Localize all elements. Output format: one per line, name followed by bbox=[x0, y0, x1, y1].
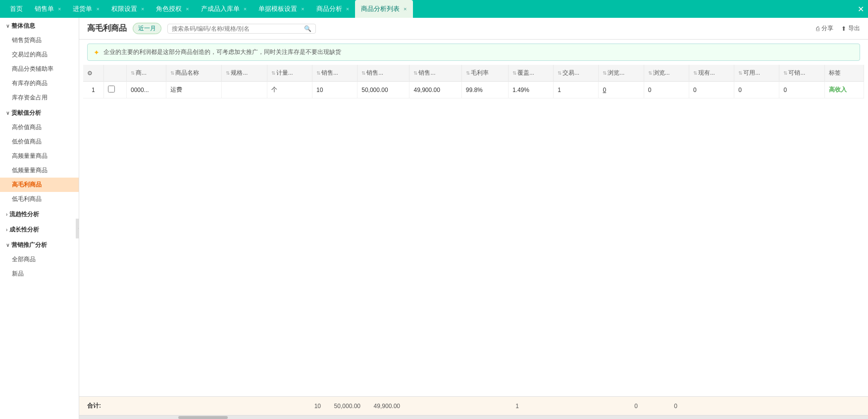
nav-close-sales[interactable]: × bbox=[58, 6, 61, 12]
nav-close-permissions[interactable]: × bbox=[141, 6, 144, 12]
sort-icon: ⇅ bbox=[361, 70, 365, 76]
nav-close-purchase[interactable]: × bbox=[96, 6, 99, 12]
arrow-icon: ∨ bbox=[6, 110, 9, 116]
col-header-current_stock[interactable]: ⇅现有... bbox=[689, 65, 734, 82]
content-header: 高毛利商品 近一月 🔍 ⎙ 分享 ⬆ 导出 bbox=[79, 18, 868, 40]
footer-total: 合计: 10 50,000.00 49,900.00 1 0 0 bbox=[79, 396, 868, 415]
sidebar-group-marketing: ∨营销推广分析全部商品新品 bbox=[0, 237, 79, 281]
filter-button[interactable]: 近一月 bbox=[133, 23, 161, 34]
nav-item-home[interactable]: 首页 bbox=[4, 0, 29, 18]
table-cell: 50,000.00 bbox=[357, 82, 409, 98]
nav-close-analysis-list[interactable]: × bbox=[404, 6, 407, 12]
nav-close-roles[interactable]: × bbox=[186, 6, 189, 12]
sort-icon: ⇅ bbox=[170, 70, 174, 76]
table-container: ⚙⇅商...⇅商品名称⇅规格...⇅计量...⇅销售...⇅销售...⇅销售..… bbox=[79, 65, 868, 396]
col-header-code[interactable]: ⇅商... bbox=[126, 65, 166, 82]
nav-item-purchase[interactable]: 进货单× bbox=[67, 0, 105, 18]
col-header-sales_cost[interactable]: ⇅销售... bbox=[409, 65, 461, 82]
col-header-unit[interactable]: ⇅计量... bbox=[267, 65, 312, 82]
share-icon: ⎙ bbox=[816, 25, 819, 32]
nav-item-products[interactable]: 产成品入库单× bbox=[195, 0, 253, 18]
search-input[interactable] bbox=[172, 25, 302, 32]
sidebar-item-high-profit[interactable]: 高毛利商品 bbox=[0, 178, 79, 192]
sort-icon: ⇅ bbox=[316, 70, 320, 76]
page-title: 高毛利商品 bbox=[87, 23, 127, 34]
nav-item-sales[interactable]: 销售单× bbox=[29, 0, 67, 18]
group-label: 流趋性分析 bbox=[9, 210, 39, 219]
nav-close-products[interactable]: × bbox=[244, 6, 247, 12]
sidebar-collapse-button[interactable]: « bbox=[76, 219, 79, 238]
sidebar-item-inventory-capital[interactable]: 库存资金占用 bbox=[0, 91, 79, 105]
sidebar-group-title-trend[interactable]: ›流趋性分析 bbox=[0, 206, 79, 222]
arrow-icon: › bbox=[6, 227, 7, 233]
nav-item-analysis-list[interactable]: 商品分析列表× bbox=[355, 0, 412, 18]
row-checkbox[interactable] bbox=[108, 86, 115, 93]
link-value[interactable]: 0 bbox=[603, 87, 606, 93]
sidebar-item-low-freq[interactable]: 低频量量商品 bbox=[0, 163, 79, 178]
scrollbar-thumb[interactable] bbox=[178, 416, 228, 419]
sort-icon: ⇅ bbox=[648, 70, 652, 76]
nav-item-roles[interactable]: 角色授权× bbox=[150, 0, 195, 18]
nav-item-permissions[interactable]: 权限设置× bbox=[105, 0, 150, 18]
col-header-sales_amount[interactable]: ⇅销售... bbox=[357, 65, 409, 82]
table-cell: 1 bbox=[554, 82, 599, 98]
sidebar-item-all-goods[interactable]: 全部商品 bbox=[0, 252, 79, 267]
sidebar-group-title-overall[interactable]: ∨整体信息 bbox=[0, 18, 79, 33]
sidebar-item-high-value[interactable]: 高价值商品 bbox=[0, 120, 79, 135]
sidebar-item-sales-goods[interactable]: 销售货商品 bbox=[0, 33, 79, 47]
footer-transactions: 1 bbox=[483, 403, 523, 410]
sidebar-item-analysis-assist[interactable]: 商品分类辅助率 bbox=[0, 62, 79, 76]
col-header-sellable[interactable]: ⇅可销... bbox=[779, 65, 824, 82]
sidebar-item-high-freq[interactable]: 高频量量商品 bbox=[0, 149, 79, 163]
sidebar-item-traded-goods[interactable]: 交易过的商品 bbox=[0, 47, 79, 62]
footer-browse2 bbox=[562, 403, 602, 410]
group-label: 整体信息 bbox=[11, 22, 35, 30]
sort-icon: ⇅ bbox=[603, 70, 607, 76]
export-button[interactable]: ⬆ 导出 bbox=[841, 24, 860, 33]
sidebar-item-low-profit[interactable]: 低毛利商品 bbox=[0, 192, 79, 206]
table-cell: 49,900.00 bbox=[409, 82, 461, 98]
info-text: 企业的主要的利润都是这部分商品创造的，可考虑加大推广，同时关注库存是不要出现缺货 bbox=[103, 48, 341, 56]
col-header-transactions[interactable]: ⇅交易... bbox=[554, 65, 599, 82]
horizontal-scrollbar[interactable] bbox=[79, 415, 868, 419]
footer-current-stock: 0 bbox=[602, 403, 642, 410]
col-header-browse1[interactable]: ⇅浏览... bbox=[599, 65, 644, 82]
col-header-spec[interactable]: ⇅规格... bbox=[222, 65, 267, 82]
table-cell: 0 bbox=[599, 82, 644, 98]
close-window-button[interactable]: ✕ bbox=[858, 4, 864, 14]
sidebar-item-new-goods[interactable]: 新品 bbox=[0, 267, 79, 281]
col-header-available[interactable]: ⇅可用... bbox=[734, 65, 779, 82]
sidebar-item-low-value[interactable]: 低价值商品 bbox=[0, 135, 79, 149]
table-cell bbox=[103, 82, 126, 98]
col-header-browse2[interactable]: ⇅浏览... bbox=[644, 65, 689, 82]
tag-badge: 高收入 bbox=[829, 86, 847, 93]
table-cell: 个 bbox=[267, 82, 312, 98]
arrow-icon: › bbox=[6, 212, 7, 217]
nav-close-analysis[interactable]: × bbox=[346, 6, 349, 12]
nav-item-templates[interactable]: 单据模板设置× bbox=[253, 0, 310, 18]
share-button[interactable]: ⎙ 分享 bbox=[816, 24, 833, 33]
arrow-icon: ∨ bbox=[6, 23, 9, 29]
table-cell: 1.49% bbox=[508, 82, 553, 98]
col-header-gross_rate[interactable]: ⇅毛利率 bbox=[461, 65, 508, 82]
col-header-coverage[interactable]: ⇅覆盖... bbox=[508, 65, 553, 82]
nav-close-templates[interactable]: × bbox=[301, 6, 304, 12]
table-cell: 1 bbox=[83, 82, 103, 98]
sidebar-group-title-financial[interactable]: ∨贡献值分析 bbox=[0, 105, 79, 120]
sort-icon: ⇅ bbox=[738, 70, 742, 76]
nav-item-analysis[interactable]: 商品分析× bbox=[310, 0, 355, 18]
col-header-name[interactable]: ⇅商品名称 bbox=[166, 65, 222, 82]
info-banner: ✦ 企业的主要的利润都是这部分商品创造的，可考虑加大推广，同时关注库存是不要出现… bbox=[87, 44, 860, 61]
table-cell: 高收入 bbox=[824, 82, 864, 98]
sidebar-item-inventory-goods[interactable]: 有库存的商品 bbox=[0, 76, 79, 91]
footer-values: 10 50,000.00 49,900.00 1 0 0 bbox=[186, 403, 860, 410]
info-icon: ✦ bbox=[94, 48, 100, 56]
search-icon[interactable]: 🔍 bbox=[304, 25, 311, 32]
sidebar-group-title-growth[interactable]: ›成长性分析 bbox=[0, 222, 79, 237]
table-cell: 0 bbox=[689, 82, 734, 98]
col-header-sales_qty[interactable]: ⇅销售... bbox=[312, 65, 357, 82]
sidebar-group-title-marketing[interactable]: ∨营销推广分析 bbox=[0, 237, 79, 252]
footer-available: 0 bbox=[642, 403, 681, 410]
data-table: ⚙⇅商...⇅商品名称⇅规格...⇅计量...⇅销售...⇅销售...⇅销售..… bbox=[83, 65, 864, 98]
arrow-icon: ∨ bbox=[6, 242, 9, 248]
